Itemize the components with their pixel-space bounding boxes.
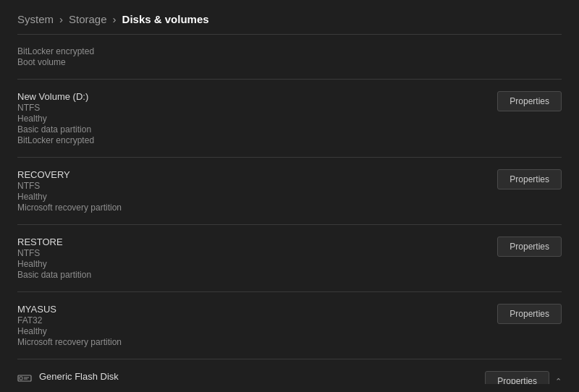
volume-d-partition: Basic data partition — [17, 124, 94, 135]
volume-recovery-ntfs: NTFS — [17, 181, 122, 191]
volume-details-myasus: MYASUS FAT32 Healthy Microsoft recovery … — [17, 304, 122, 347]
properties-button-restore[interactable]: Properties — [497, 237, 562, 257]
page-header: System › Storage › Disks & volumes — [0, 0, 579, 34]
btn-row-restore: Properties — [497, 237, 562, 257]
volume-info-myasus: MYASUS FAT32 Healthy Microsoft recovery … — [17, 304, 122, 347]
volume-details-restore: RESTORE NTFS Healthy Basic data partitio… — [17, 237, 91, 280]
svg-rect-1 — [20, 377, 22, 380]
volume-d-healthy: Healthy — [17, 114, 94, 124]
volume-group-truncated: BitLocker encrypted Boot volume — [17, 34, 562, 79]
volume-name-myasus: MYASUS — [17, 304, 122, 315]
breadcrumb-storage[interactable]: Storage — [69, 13, 107, 25]
volume-restore-partition: Basic data partition — [17, 270, 91, 280]
volume-recovery-partition: Microsoft recovery partition — [17, 203, 122, 213]
volume-group-flash: Generic Flash Disk Disk 1 Online Propert… — [17, 359, 562, 384]
volume-group-restore: RESTORE NTFS Healthy Basic data partitio… — [17, 224, 562, 291]
properties-button-flash[interactable]: Properties — [485, 371, 549, 384]
volume-d-bitlocker: BitLocker encrypted — [17, 135, 94, 145]
disk-icon — [17, 373, 32, 384]
volume-details-recovery: RECOVERY NTFS Healthy Microsoft recovery… — [17, 169, 122, 213]
volume-restore-ntfs: NTFS — [17, 248, 91, 258]
volume-myasus-partition: Microsoft recovery partition — [17, 337, 122, 347]
volume-group-recovery: RECOVERY NTFS Healthy Microsoft recovery… — [17, 157, 562, 224]
volume-info-restore: RESTORE NTFS Healthy Basic data partitio… — [17, 237, 91, 280]
breadcrumb-sep-1: › — [59, 13, 63, 25]
volume-line-boot: Boot volume — [17, 57, 94, 67]
volume-group-myasus: MYASUS FAT32 Healthy Microsoft recovery … — [17, 291, 562, 359]
volume-info-recovery: RECOVERY NTFS Healthy Microsoft recovery… — [17, 169, 122, 213]
volume-details-truncated: BitLocker encrypted Boot volume — [17, 46, 94, 67]
btn-row-recovery: Properties — [497, 169, 562, 189]
volume-recovery-healthy: Healthy — [17, 192, 122, 202]
svg-rect-0 — [18, 375, 31, 381]
volume-group-d: New Volume (D:) NTFS Healthy Basic data … — [17, 79, 562, 157]
volume-restore-healthy: Healthy — [17, 259, 91, 269]
breadcrumb-system[interactable]: System — [17, 13, 54, 25]
page-title: Disks & volumes — [122, 13, 209, 25]
btn-row-d: Properties — [497, 91, 562, 111]
properties-button-myasus[interactable]: Properties — [497, 304, 562, 324]
volume-line-bitlocker: BitLocker encrypted — [17, 46, 94, 56]
volume-myasus-healthy: Healthy — [17, 326, 122, 336]
volume-name-flash: Generic Flash Disk — [39, 371, 119, 382]
breadcrumb-sep-2: › — [113, 13, 117, 25]
volume-myasus-fat32: FAT32 — [17, 315, 122, 325]
volume-details-flash: Generic Flash Disk Disk 1 Online — [39, 371, 119, 384]
btn-row-flash: Properties ⌃ — [485, 371, 562, 384]
volume-info-d: New Volume (D:) NTFS Healthy Basic data … — [17, 91, 94, 145]
volume-name-restore: RESTORE — [17, 237, 91, 247]
btn-row-myasus: Properties — [497, 304, 562, 324]
chevron-up-icon[interactable]: ⌃ — [555, 377, 562, 385]
volume-name-recovery: RECOVERY — [17, 169, 122, 180]
volume-name-d: New Volume (D:) — [17, 91, 94, 102]
volume-flash-disk1: Disk 1 — [39, 383, 119, 384]
properties-button-recovery[interactable]: Properties — [497, 169, 562, 189]
volume-info-truncated: BitLocker encrypted Boot volume — [17, 46, 94, 67]
volume-info-flash: Generic Flash Disk Disk 1 Online — [17, 371, 119, 384]
volume-details-d: New Volume (D:) NTFS Healthy Basic data … — [17, 91, 94, 145]
volume-d-ntfs: NTFS — [17, 103, 94, 113]
content-area: BitLocker encrypted Boot volume New Volu… — [0, 34, 579, 384]
properties-button-d[interactable]: Properties — [497, 91, 562, 111]
